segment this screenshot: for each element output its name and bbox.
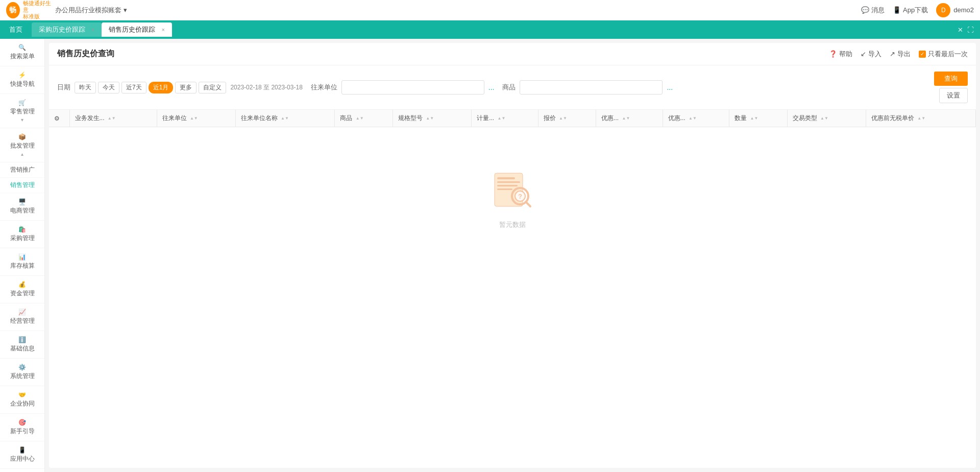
sidebar-item-new-guide[interactable]: 🎯 新手引导 [0,414,44,441]
sidebar-item-fund[interactable]: 💰 资金管理 [0,276,44,303]
col-unit-label: 计量... [477,114,494,122]
sort-icon-discount2[interactable]: ▲▼ [689,116,697,121]
sidebar-item-ecommerce[interactable]: 🖥️ 电商管理 [0,193,44,221]
sidebar-item-retail-mgmt[interactable]: 🛒 零售管理 ▾ [0,94,44,128]
sidebar: 🔍 搜索菜单 ⚡ 快捷导航 🛒 零售管理 ▾ 📦 批发管理 ▴ 营销推广 销售管… [0,39,45,472]
product-filter-dots[interactable]: ... [667,83,673,91]
sort-icon-unit[interactable]: ▲▼ [497,116,505,121]
system-icon: ⚙️ [18,364,26,371]
user-area[interactable]: D demo2 [936,3,974,17]
sort-icon-quoted-price[interactable]: ▲▼ [559,116,567,121]
svg-text:?: ? [518,193,522,200]
col-trade-type-label: 交易类型 [793,114,817,122]
tab-sales-close[interactable]: × [161,27,164,33]
col-product[interactable]: 商品 ▲▼ [335,110,393,127]
col-partner-code-label: 往来单位 [162,114,187,122]
empty-state: ? 暂元数据 [49,127,976,270]
filter-bar: 日期 昨天 今天 近7天 近1月 更多 自定义 2023-02-18 至 202… [49,65,976,110]
table-header-row: ⚙ 业务发生... ▲▼ 往来单位 ▲▼ 往来单位名称 [49,110,976,127]
col-unit[interactable]: 计量... ▲▼ [472,110,538,127]
export-icon: ↗ [890,50,895,58]
svg-rect-3 [497,185,518,186]
sort-icon-quantity[interactable]: ▲▼ [750,116,758,121]
sidebar-item-wholesale-mgmt[interactable]: 📦 批发管理 ▴ [0,128,44,162]
sidebar-item-search-menu[interactable]: 🔍 搜索菜单 [0,39,44,66]
tab-sales-history[interactable]: 销售历史价跟踪 × [102,22,172,37]
app-download-action[interactable]: 📱 App下载 [893,6,928,15]
operations-label: 经营管理 [10,317,35,325]
sidebar-item-operations[interactable]: 📈 经营管理 [0,303,44,331]
date-btn-custom[interactable]: 自定义 [199,82,226,93]
sort-icon-partner-code[interactable]: ▲▼ [190,116,198,121]
partner-filter-input[interactable] [341,80,484,95]
sort-icon-pre-tax-price[interactable]: ▲▼ [917,116,925,121]
fund-label: 资金管理 [10,289,35,298]
only-last-checkbox-area[interactable]: ✓ 只看最后一次 [919,50,968,59]
logo-area: 畅 畅捷通好生意 标准版 [6,0,51,20]
search-menu-label: 搜索菜单 [10,52,35,61]
date-btn-yesterday[interactable]: 昨天 [75,82,96,93]
sort-icon-partner-name[interactable]: ▲▼ [281,116,289,121]
sidebar-item-marketing[interactable]: 营销推广 [0,162,44,178]
date-btn-more[interactable]: 更多 [175,82,197,93]
logo-text: 畅捷通好生意 标准版 [23,0,51,20]
app-title-area[interactable]: 办公用品行业模拟账套 ▾ [55,6,127,15]
date-btn-last1month[interactable]: 近1月 [149,82,174,93]
enterprise-collab-label: 企业协同 [10,399,35,408]
col-settings[interactable]: ⚙ [49,110,69,127]
product-filter-input[interactable] [520,80,663,95]
logo-icon: 畅 [6,2,20,18]
col-partner-code[interactable]: 往来单位 ▲▼ [157,110,235,127]
ecommerce-icon: 🖥️ [18,198,26,205]
content-area: 销售历史价查询 ❓ 帮助 ↙ 导入 ↗ 导出 ✓ [45,39,980,472]
sort-icon-product[interactable]: ▲▼ [356,116,364,121]
tab-purchase-close[interactable]: × [91,27,94,33]
col-quoted-price-label: 报价 [544,114,556,122]
sidebar-item-inventory[interactable]: 📊 库存核算 [0,248,44,276]
only-last-checkbox[interactable]: ✓ [919,51,926,58]
sidebar-item-enterprise-wechat[interactable]: 💬 企业微信 [0,469,44,472]
date-btn-last7days[interactable]: 近7天 [121,82,146,93]
sidebar-item-sales-mgmt[interactable]: 销售管理 [0,178,44,193]
retail-mgmt-arrow: ▾ [21,117,23,123]
sort-icon-biz-date[interactable]: ▲▼ [108,116,116,121]
tab-purchase-label: 采购历史价跟踪 [39,25,85,34]
sidebar-item-enterprise-collab[interactable]: 🤝 企业协同 [0,386,44,414]
sort-icon-trade-type[interactable]: ▲▼ [820,116,828,121]
close-all-icon[interactable]: ✕ [958,26,963,34]
query-button[interactable]: 查询 [934,72,968,86]
basic-info-icon: ℹ️ [18,336,26,343]
tab-home[interactable]: 首页 [2,22,30,37]
gear-icon[interactable]: ⚙ [54,115,60,122]
sidebar-item-basic-info[interactable]: ℹ️ 基础信息 [0,331,44,359]
sort-icon-discount1[interactable]: ▲▼ [622,116,630,121]
sidebar-item-app-center[interactable]: 📱 应用中心 [0,441,44,469]
col-discount2[interactable]: 优惠... ▲▼ [663,110,729,127]
col-discount1[interactable]: 优惠... ▲▼ [596,110,663,127]
sort-icon-spec[interactable]: ▲▼ [426,116,434,121]
partner-filter-dots[interactable]: ... [488,83,495,91]
col-spec[interactable]: 规格型号 ▲▼ [393,110,471,127]
tab-bar: 首页 采购历史价跟踪 × 销售历史价跟踪 × ✕ ⛶ [0,20,980,39]
col-biz-date[interactable]: 业务发生... ▲▼ [69,110,157,127]
sidebar-item-system[interactable]: ⚙️ 系统管理 [0,359,44,386]
dropdown-icon[interactable]: ▾ [124,6,127,14]
settings-button[interactable]: 设置 [939,88,968,103]
message-action[interactable]: 💬 消息 [861,6,885,15]
empty-icon: ? [487,168,538,214]
date-btn-today[interactable]: 今天 [98,82,119,93]
col-quantity[interactable]: 数量 ▲▼ [729,110,788,127]
col-pre-tax-price[interactable]: 优惠前无税单价 ▲▼ [866,110,975,127]
tab-purchase-history[interactable]: 采购历史价跟踪 × [32,22,102,37]
data-table: ⚙ 业务发生... ▲▼ 往来单位 ▲▼ 往来单位名称 [49,110,976,127]
sidebar-item-quick-nav[interactable]: ⚡ 快捷导航 [0,66,44,94]
help-action[interactable]: ❓ 帮助 [829,50,852,59]
col-trade-type[interactable]: 交易类型 ▲▼ [787,110,866,127]
fullscreen-icon[interactable]: ⛶ [967,26,974,34]
col-quoted-price[interactable]: 报价 ▲▼ [538,110,596,127]
export-action[interactable]: ↗ 导出 [890,50,911,59]
import-action[interactable]: ↙ 导入 [861,50,881,59]
col-partner-name[interactable]: 往来单位名称 ▲▼ [235,110,335,127]
app-center-label: 应用中心 [10,455,35,463]
sidebar-item-purchase[interactable]: 🛍️ 采购管理 [0,221,44,248]
